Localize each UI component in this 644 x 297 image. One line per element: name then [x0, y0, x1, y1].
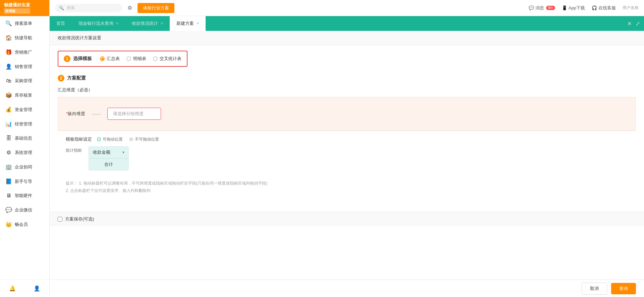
radio-summary-circle — [100, 56, 105, 61]
sidebar-bottom-item-1[interactable]: 🔔 — [0, 283, 25, 294]
sidebar-logo: 畅捷通好生意 标准版 — [0, 0, 49, 16]
main: 🔍 搜索 ⚙ 体验行业方案 💬 消息 99+ 📱 App下载 🎧 在线客服 用户… — [50, 0, 644, 297]
sidebar-item-wechat[interactable]: 💬 企业微信 — [0, 203, 49, 217]
hint-1: 提示： 1. 拖动标题栏可以调整布局，不可跨维度或指标区域拖动栏目字段(只能在同… — [66, 180, 628, 187]
sidebar-item-label: 系统管理 — [15, 150, 32, 156]
search-text: 搜索 — [67, 5, 75, 11]
sidebar-item-member[interactable]: 👑 畅会员 — [0, 217, 49, 232]
sidebar-item-sales[interactable]: 👤 销售管理 — [0, 59, 49, 74]
tab-receipt-stats-close[interactable]: × — [161, 21, 163, 26]
tab-new-plan-close[interactable]: × — [197, 21, 199, 26]
tab-new-plan[interactable]: 新建方案 × — [170, 16, 206, 31]
sales-icon: 👤 — [5, 63, 12, 70]
sidebar-item-inventory[interactable]: 📦 库存核算 — [0, 88, 49, 102]
sidebar-bottom: 🔔 👤 — [0, 280, 49, 297]
hint-2: 2. 点击标题栏下拉可设置排序、插入列和删除列 — [66, 187, 628, 195]
query-button[interactable]: 查询 — [611, 283, 636, 294]
page-header: 收款情况统计方案设置 — [50, 31, 644, 45]
chevron-down-icon: ▾ — [122, 150, 124, 155]
sidebar-item-label: 快捷导航 — [15, 35, 32, 41]
hints-section: 提示： 1. 拖动标题栏可以调整布局，不可跨维度或指标区域拖动栏目字段(只能在同… — [58, 176, 636, 198]
section1-num: 1 — [64, 55, 70, 62]
stats-column: 收款金额 ▾ 合计 — [89, 146, 129, 170]
radio-summary[interactable]: 汇总表 — [100, 56, 120, 62]
radio-cross-circle — [153, 56, 158, 61]
sidebar-item-enterprise[interactable]: 🏢 企业协同 — [0, 160, 49, 174]
sidebar-item-hardware[interactable]: 🖥 智能硬件 — [0, 189, 49, 203]
section1-label: 选择模板 — [73, 56, 92, 62]
legend-fixed-label: 不可拖动位置 — [135, 137, 159, 142]
section2-num: 2 — [58, 75, 64, 82]
tab-cash-flow-label: 现金银行流水查询 — [78, 20, 113, 27]
topbar: 🔍 搜索 ⚙ 体验行业方案 💬 消息 99+ 📱 App下载 🎧 在线客服 用户… — [50, 0, 644, 16]
legend-draggable-label: 可拖动位置 — [103, 137, 123, 142]
tab-home[interactable]: 首页 — [50, 16, 72, 31]
sidebar-item-quicknav[interactable]: 🏠 快捷导航 — [0, 31, 49, 45]
sidebar-item-label: 采购管理 — [15, 78, 32, 84]
sidebar-item-marketing[interactable]: 🎁 营销推广 — [0, 45, 49, 59]
version-badge: 标准版 — [4, 8, 30, 14]
close-all-icon[interactable]: ✕ — [627, 20, 632, 27]
arrow-line: —— — [92, 111, 101, 116]
cancel-button[interactable]: 取消 — [582, 283, 607, 295]
dimension-title: 汇总维度（必选） — [58, 87, 636, 93]
notification-label: 消息 — [535, 5, 544, 11]
content-area: 收款情况统计方案设置 1 选择模板 汇总表 — [50, 31, 644, 280]
template-radio-group: 汇总表 明细表 交叉统计表 — [100, 56, 181, 62]
tab-receipt-stats[interactable]: 收款情况统计 × — [125, 16, 170, 31]
legend-draggable: 可拖动位置 — [97, 137, 123, 142]
tabs-right-actions: ✕ ⤢ — [627, 20, 644, 27]
finance-icon: 💰 — [5, 106, 12, 113]
radio-cross[interactable]: 交叉统计表 — [153, 56, 181, 62]
tab-cash-flow-close[interactable]: × — [116, 21, 118, 26]
sidebar-item-label: 新手引导 — [15, 179, 32, 185]
save-checkbox[interactable] — [58, 217, 62, 221]
member-icon: 👑 — [5, 221, 12, 228]
user-name: 用户名称 — [623, 5, 639, 11]
footer-save: 方案保存(可选) — [50, 212, 644, 226]
sidebar-item-label: 销售管理 — [15, 64, 32, 70]
gear-icon[interactable]: ⚙ — [127, 5, 132, 11]
service-item[interactable]: 🎧 在线客服 — [592, 5, 616, 11]
download-item[interactable]: 📱 App下载 — [562, 5, 585, 11]
sidebar-item-label: 企业微信 — [15, 207, 32, 213]
dimension-select[interactable]: 请选择分组维度 — [107, 108, 161, 120]
inventory-icon: 📦 — [5, 92, 12, 98]
tab-new-plan-label: 新建方案 — [176, 20, 194, 27]
sidebar-item-base[interactable]: 🗄 基础信息 — [0, 131, 49, 145]
sidebar-item-finance[interactable]: 💰 资金管理 — [0, 102, 49, 117]
stats-column-header[interactable]: 收款金额 ▾ — [89, 147, 128, 158]
template-selection-box: 1 选择模板 汇总表 明细表 — [58, 51, 187, 67]
download-label: App下载 — [569, 5, 585, 11]
indicators-title: 模板指标设定 — [66, 136, 92, 142]
sidebar-item-label: 基础信息 — [15, 135, 32, 141]
legend-fixed: 不可拖动位置 — [129, 137, 159, 142]
download-icon: 📱 — [562, 5, 567, 10]
marketing-icon: 🎁 — [5, 49, 12, 55]
sidebar-item-operations[interactable]: 📊 经营管理 — [0, 117, 49, 131]
sidebar-item-label: 智能硬件 — [15, 193, 32, 199]
purchase-icon: 🛍 — [5, 78, 12, 84]
stats-column-total: 合计 — [89, 158, 128, 170]
sidebar: 畅捷通好生意 标准版 🔍 搜索菜单 🏠 快捷导航 🎁 营销推广 👤 销售管理 🛍… — [0, 0, 50, 297]
search-box[interactable]: 🔍 搜索 — [55, 4, 122, 12]
section-config: 2 方案配置 汇总维度（必选） *纵向维度 —— 请选择分组维度 — [58, 75, 636, 198]
tab-receipt-stats-label: 收款情况统计 — [132, 20, 158, 27]
trial-button[interactable]: 体验行业方案 — [138, 3, 174, 13]
sidebar-item-guide[interactable]: 📘 新手引导 — [0, 174, 49, 189]
sidebar-bottom-item-2[interactable]: 👤 — [25, 283, 50, 294]
dimension-area: *纵向维度 —— 请选择分组维度 — [58, 97, 636, 131]
stats-area-label: 统计指标 — [66, 146, 82, 170]
search-icon: 🔍 — [59, 6, 64, 10]
sidebar-item-label: 营销推广 — [15, 49, 32, 55]
sidebar-item-purchase[interactable]: 🛍 采购管理 — [0, 74, 49, 88]
sidebar-item-label: 资金管理 — [15, 107, 32, 113]
radio-detail[interactable]: 明细表 — [126, 56, 146, 62]
sidebar-item-system[interactable]: ⚙ 系统管理 — [0, 145, 49, 160]
radio-detail-circle — [126, 56, 131, 61]
sidebar-item-search[interactable]: 🔍 搜索菜单 — [0, 16, 49, 31]
maximize-icon[interactable]: ⤢ — [636, 20, 640, 27]
tab-cash-flow[interactable]: 现金银行流水查询 × — [72, 16, 125, 31]
service-icon: 🎧 — [592, 5, 597, 10]
notification-item[interactable]: 💬 消息 99+ — [529, 5, 555, 11]
